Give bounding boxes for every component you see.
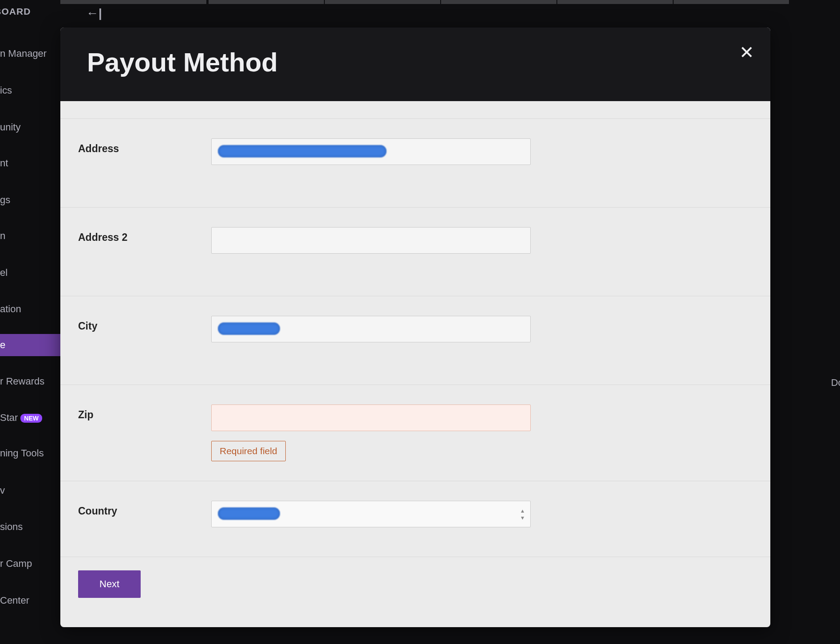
address-input[interactable]	[211, 138, 531, 165]
close-icon[interactable]: ✕	[739, 43, 754, 61]
address2-label: Address 2	[78, 227, 211, 243]
new-badge: NEW	[20, 414, 42, 423]
zip-input[interactable]	[211, 404, 531, 431]
background-text: Don	[831, 377, 840, 389]
modal-footer: Next	[60, 557, 770, 611]
payout-method-modal: Payout Method ✕ Address Address 2 City Z…	[60, 27, 770, 627]
modal-title: Payout Method	[87, 47, 744, 78]
address-label: Address	[78, 138, 211, 155]
city-label: City	[78, 316, 211, 332]
country-select[interactable]: ▴▾	[211, 501, 531, 527]
modal-header: Payout Method ✕	[60, 27, 770, 101]
field-row-country: Country ▴▾	[60, 481, 770, 557]
next-button[interactable]: Next	[78, 570, 141, 598]
country-label: Country	[78, 501, 211, 517]
city-input[interactable]	[211, 316, 531, 342]
sidebar-header: ASHBOARD	[0, 6, 31, 17]
chevron-updown-icon: ▴▾	[521, 507, 524, 521]
field-row-city: City	[60, 296, 770, 385]
top-browser-tabs	[0, 0, 840, 5]
field-row-zip: Zip Required field	[60, 385, 770, 481]
collapse-sidebar-icon[interactable]: ←|	[86, 6, 102, 20]
address2-input[interactable]	[211, 227, 531, 254]
zip-label: Zip	[78, 404, 211, 421]
field-row-address: Address	[60, 119, 770, 208]
zip-error-badge: Required field	[211, 441, 286, 461]
field-row-address2: Address 2	[60, 208, 770, 296]
